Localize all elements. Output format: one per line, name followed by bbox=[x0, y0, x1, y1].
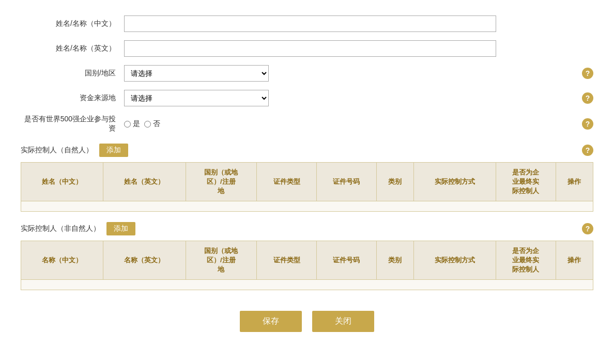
natural-person-section: 实际控制人（自然人） 添加 ? 姓名（中文） 姓名（英文） 国别（或地区）/注册… bbox=[21, 144, 593, 212]
fortune500-yes-text: 是 bbox=[133, 119, 140, 129]
fortune500-radio-group: 是 否 bbox=[124, 119, 160, 129]
col-category: 类别 bbox=[376, 163, 413, 201]
natural-person-help-icon[interactable]: ? bbox=[582, 145, 593, 156]
fortune500-no-radio[interactable] bbox=[144, 121, 151, 128]
name-en-input[interactable] bbox=[124, 40, 496, 57]
col-operation-2: 操作 bbox=[556, 241, 593, 280]
natural-person-table: 姓名（中文） 姓名（英文） 国别（或地区）/注册地 证件类型 证件号码 类别 实… bbox=[21, 162, 593, 212]
col-name-en: 姓名（英文） bbox=[103, 163, 186, 201]
non-natural-person-empty-row bbox=[21, 280, 593, 290]
country-help-icon[interactable]: ? bbox=[582, 68, 593, 79]
non-natural-person-empty-cell bbox=[21, 280, 593, 290]
country-row: 国别/地区 请选择 ? bbox=[21, 65, 593, 82]
fortune500-yes-label[interactable]: 是 bbox=[124, 119, 140, 129]
col-control-method-2: 实际控制方式 bbox=[413, 241, 496, 280]
col-cert-no-2: 证件号码 bbox=[316, 241, 376, 280]
natural-person-title-row: 实际控制人（自然人） 添加 ? bbox=[21, 144, 593, 157]
country-select[interactable]: 请选择 bbox=[124, 65, 269, 82]
col-cert-type-2: 证件类型 bbox=[257, 241, 317, 280]
name-cn-input[interactable] bbox=[124, 15, 496, 32]
fortune500-yes-radio[interactable] bbox=[124, 121, 131, 128]
non-natural-person-section: 实际控制人（非自然人） 添加 ? 名称（中文） 名称（英文） 国别（或地区）/注… bbox=[21, 222, 593, 290]
col-name-en-2: 名称（英文） bbox=[103, 241, 186, 280]
natural-person-add-button[interactable]: 添加 bbox=[99, 144, 128, 157]
col-operation: 操作 bbox=[556, 163, 593, 201]
col-cert-type: 证件类型 bbox=[257, 163, 317, 201]
fortune500-help-icon[interactable]: ? bbox=[582, 118, 593, 130]
col-is-final-controller-2: 是否为企业最终实际控制人 bbox=[496, 241, 556, 280]
non-natural-person-table: 名称（中文） 名称（英文） 国别（或地区）/注册地 证件类型 证件号码 类别 实… bbox=[21, 241, 593, 290]
col-name-cn: 姓名（中文） bbox=[21, 163, 103, 201]
col-category-2: 类别 bbox=[376, 241, 413, 280]
non-natural-person-help-icon[interactable]: ? bbox=[582, 223, 593, 234]
close-button[interactable]: 关闭 bbox=[312, 311, 374, 332]
fortune500-row: 是否有世界500强企业参与投资 是 否 ? bbox=[21, 115, 593, 133]
natural-person-empty-row bbox=[21, 201, 593, 212]
name-cn-row: 姓名/名称（中文） bbox=[21, 15, 593, 32]
natural-person-title: 实际控制人（自然人） bbox=[21, 146, 93, 155]
fortune500-no-label[interactable]: 否 bbox=[144, 119, 160, 129]
name-cn-label: 姓名/名称（中文） bbox=[21, 19, 124, 28]
col-country-2: 国别（或地区）/注册地 bbox=[186, 241, 257, 280]
name-en-label: 姓名/名称（英文） bbox=[21, 44, 124, 53]
non-natural-person-title-row: 实际控制人（非自然人） 添加 ? bbox=[21, 222, 593, 235]
name-en-row: 姓名/名称（英文） bbox=[21, 40, 593, 57]
fund-source-row: 资金来源地 请选择 ? bbox=[21, 90, 593, 106]
non-natural-person-add-button[interactable]: 添加 bbox=[106, 222, 135, 235]
fortune500-label: 是否有世界500强企业参与投资 bbox=[21, 115, 124, 133]
col-control-method: 实际控制方式 bbox=[413, 163, 496, 201]
fund-source-select[interactable]: 请选择 bbox=[124, 90, 269, 106]
bottom-buttons: 保存 关闭 bbox=[21, 311, 593, 332]
col-is-final-controller: 是否为企业最终实际控制人 bbox=[496, 163, 556, 201]
save-button[interactable]: 保存 bbox=[240, 311, 302, 332]
fortune500-no-text: 否 bbox=[153, 119, 160, 129]
fund-source-label: 资金来源地 bbox=[21, 93, 124, 103]
non-natural-person-header-row: 名称（中文） 名称（英文） 国别（或地区）/注册地 证件类型 证件号码 类别 实… bbox=[21, 241, 593, 280]
col-name-cn-2: 名称（中文） bbox=[21, 241, 103, 280]
fund-source-help-icon[interactable]: ? bbox=[582, 92, 593, 104]
natural-person-empty-cell bbox=[21, 201, 593, 212]
country-label: 国别/地区 bbox=[21, 69, 124, 78]
non-natural-person-title: 实际控制人（非自然人） bbox=[21, 224, 100, 233]
main-form: 姓名/名称（中文） 姓名/名称（英文） 国别/地区 请选择 ? 资金来源地 请选… bbox=[21, 15, 593, 133]
col-country: 国别（或地区）/注册地 bbox=[186, 163, 257, 201]
natural-person-header-row: 姓名（中文） 姓名（英文） 国别（或地区）/注册地 证件类型 证件号码 类别 实… bbox=[21, 163, 593, 201]
col-cert-no: 证件号码 bbox=[316, 163, 376, 201]
